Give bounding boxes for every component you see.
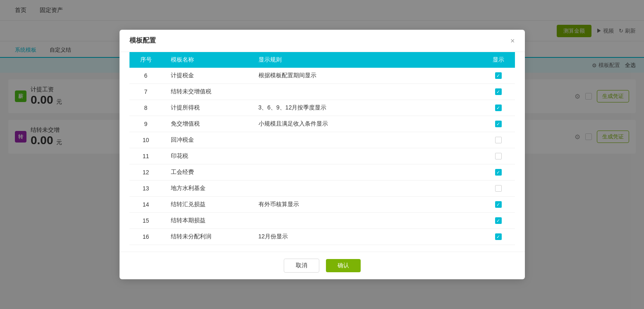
table-row: 13地方水利基金 [129,181,515,197]
checkbox-checked[interactable] [495,217,502,224]
cell-checkbox[interactable] [482,164,515,181]
cell-name: 地方水利基金 [163,181,254,197]
cell-no: 12 [129,164,163,181]
cell-name: 免交增值税 [163,116,254,132]
cell-checkbox[interactable] [482,181,515,197]
table-row: 6计提税金根据模板配置期间显示 [129,68,515,84]
cell-checkbox[interactable] [482,132,515,148]
cell-checkbox[interactable] [482,116,515,132]
modal-title: 模板配置 [129,36,156,45]
cell-checkbox[interactable] [482,148,515,164]
checkbox-checked[interactable] [495,88,502,95]
table-row: 11印花税 [129,148,515,164]
cell-name: 结转未分配利润 [163,229,254,245]
cell-rule: 小规模且满足收入条件显示 [254,116,482,132]
cell-no: 16 [129,229,163,245]
table-row: 8计提所得税3、6、9、12月按季度显示 [129,100,515,116]
cell-name: 结转汇兑损益 [163,197,254,213]
cell-no: 8 [129,100,163,116]
modal-body: 序号 模板名称 显示规则 显示 6计提税金根据模板配置期间显示7结转未交增值税8… [120,52,525,252]
cell-checkbox[interactable] [482,84,515,100]
config-table: 序号 模板名称 显示规则 显示 6计提税金根据模板配置期间显示7结转未交增值税8… [129,52,515,245]
cell-rule [254,181,482,197]
cell-no: 6 [129,68,163,84]
table-row: 15结转本期损益 [129,213,515,229]
cancel-button[interactable]: 取消 [284,259,319,273]
col-header-display: 显示 [482,52,515,68]
cell-name: 结转未交增值税 [163,84,254,100]
col-header-no: 序号 [129,52,163,68]
table-row: 9免交增值税小规模且满足收入条件显示 [129,116,515,132]
cell-name: 计提税金 [163,68,254,84]
cell-rule: 3、6、9、12月按季度显示 [254,100,482,116]
cell-no: 7 [129,84,163,100]
checkbox-unchecked[interactable] [495,185,502,192]
checkbox-checked[interactable] [495,201,502,208]
modal-template-config: 模板配置 × 序号 模板名称 显示规则 显示 6计提税金根据模板配置期间显示7结… [120,30,525,279]
table-row: 16结转未分配利润12月份显示 [129,229,515,245]
col-header-rule: 显示规则 [254,52,482,68]
table-row: 10回冲税金 [129,132,515,148]
modal-close-button[interactable]: × [510,37,515,45]
confirm-button[interactable]: 确认 [326,259,361,272]
checkbox-unchecked[interactable] [495,137,502,143]
modal-overlay[interactable]: 模板配置 × 序号 模板名称 显示规则 显示 6计提税金根据模板配置期间显示7结… [0,0,644,309]
checkbox-checked[interactable] [495,233,502,240]
cell-rule [254,164,482,181]
checkbox-unchecked[interactable] [495,153,502,159]
cell-checkbox[interactable] [482,229,515,245]
checkbox-checked[interactable] [495,121,502,127]
cell-no: 11 [129,148,163,164]
cell-rule [254,148,482,164]
cell-rule [254,213,482,229]
cell-no: 14 [129,197,163,213]
cell-name: 结转本期损益 [163,213,254,229]
table-row: 12工会经费 [129,164,515,181]
cell-name: 回冲税金 [163,132,254,148]
modal-footer: 取消 确认 [120,252,525,279]
checkbox-checked[interactable] [495,105,502,111]
cell-rule [254,84,482,100]
table-row: 14结转汇兑损益有外币核算显示 [129,197,515,213]
cell-no: 15 [129,213,163,229]
cell-checkbox[interactable] [482,68,515,84]
cell-checkbox[interactable] [482,197,515,213]
cell-no: 13 [129,181,163,197]
cell-rule: 12月份显示 [254,229,482,245]
cell-rule [254,132,482,148]
cell-name: 印花税 [163,148,254,164]
modal-header: 模板配置 × [120,30,525,52]
cell-checkbox[interactable] [482,213,515,229]
cell-checkbox[interactable] [482,100,515,116]
table-row: 7结转未交增值税 [129,84,515,100]
cell-name: 工会经费 [163,164,254,181]
cell-rule: 根据模板配置期间显示 [254,68,482,84]
cell-name: 计提所得税 [163,100,254,116]
cell-no: 10 [129,132,163,148]
cell-no: 9 [129,116,163,132]
checkbox-checked[interactable] [495,72,502,79]
table-header-row: 序号 模板名称 显示规则 显示 [129,52,515,68]
cell-rule: 有外币核算显示 [254,197,482,213]
checkbox-checked[interactable] [495,169,502,176]
col-header-name: 模板名称 [163,52,254,68]
